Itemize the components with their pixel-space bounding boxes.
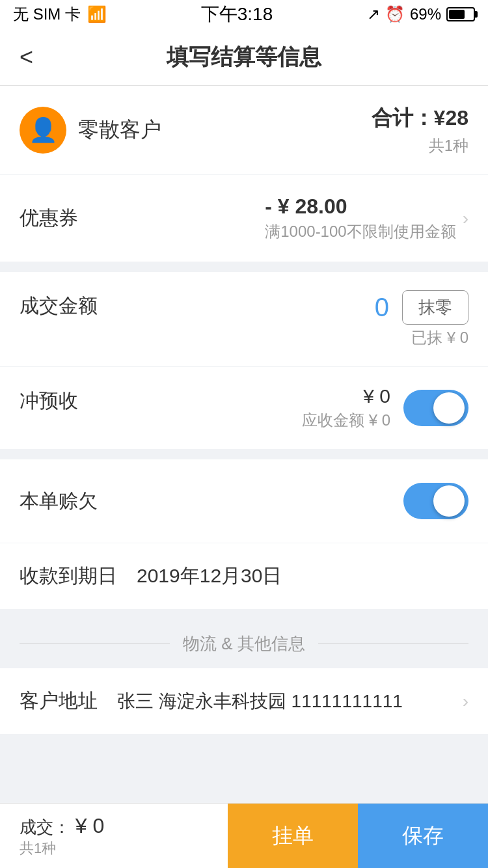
chevron-right-icon: › [463, 208, 468, 229]
summary-amount: ¥ 0 [75, 814, 104, 837]
total-count: 共1种 [372, 135, 468, 156]
avatar-icon: 👤 [29, 116, 58, 144]
logistics-label: 物流 & 其他信息 [183, 632, 305, 655]
total-amount: 合计：¥28 [372, 104, 468, 133]
duedate-value: 2019年12月30日 [137, 563, 282, 590]
divider-line-left [20, 644, 170, 644]
gps-icon: ↗ [367, 5, 380, 23]
customer-right: 合计：¥28 共1种 [372, 104, 468, 156]
transaction-section: 成交金额 0 抹零 已抹 ¥ 0 冲预收 ¥ 0 应收金额 ¥ 0 [0, 272, 488, 449]
prereceive-label: 冲预收 [20, 385, 78, 414]
status-right: ↗ ⏰ 69% [367, 5, 475, 23]
status-time: 下午3:18 [201, 2, 273, 27]
status-left: 无 SIM 卡 📶 [13, 4, 107, 25]
prereceive-receivable: 应收金额 ¥ 0 [302, 410, 390, 431]
debt-row: 本单赊欠 [0, 459, 488, 543]
prereceive-amounts: ¥ 0 应收金额 ¥ 0 [302, 385, 390, 431]
alarm-icon: ⏰ [385, 5, 405, 23]
customer-name: 零散客户 [78, 116, 161, 144]
coupon-label: 优惠券 [20, 205, 78, 232]
carrier-label: 无 SIM 卡 [13, 4, 81, 25]
address-section: 客户地址 张三 海淀永丰科技园 11111111111 › [0, 668, 488, 734]
save-button[interactable]: 保存 [358, 804, 488, 869]
nav-bar: < 填写结算等信息 [0, 29, 488, 86]
coupon-desc: 满1000-100不限制使用金额 [265, 221, 455, 242]
customer-left: 👤 零散客户 [20, 107, 161, 154]
debt-label: 本单赊欠 [20, 488, 98, 515]
coupon-discount: - ¥ 28.00 [265, 195, 455, 219]
address-label: 客户地址 [20, 688, 98, 714]
bottom-bar: 成交： ¥ 0 共1种 挂单 保存 [0, 803, 488, 868]
duedate-row: 收款到期日 2019年12月30日 [0, 543, 488, 609]
transaction-left: 成交金额 [20, 290, 98, 319]
duedate-label: 收款到期日 [20, 563, 117, 590]
coupon-info: - ¥ 28.00 满1000-100不限制使用金额 [265, 195, 455, 242]
bottom-summary-line1: 成交： ¥ 0 [20, 814, 208, 839]
wifi-icon: 📶 [87, 5, 107, 23]
transaction-label: 成交金额 [20, 290, 98, 319]
summary-count: 共1种 [20, 839, 208, 858]
transaction-right-col: 0 抹零 已抹 ¥ 0 [375, 290, 468, 348]
transaction-right: 0 抹零 [375, 290, 468, 325]
prereceive-right: ¥ 0 应收金额 ¥ 0 [302, 385, 468, 431]
summary-label: 成交： [20, 817, 70, 837]
prereceive-amount: ¥ 0 [302, 385, 390, 407]
address-value: 张三 海淀永丰科技园 11111111111 [117, 689, 463, 714]
transaction-amount: 0 [375, 293, 389, 322]
address-row[interactable]: 客户地址 张三 海淀永丰科技园 11111111111 › [0, 668, 488, 734]
divider-line-right [318, 644, 468, 644]
coupon-right: - ¥ 28.00 满1000-100不限制使用金额 › [265, 195, 468, 242]
prereceive-toggle[interactable] [403, 390, 468, 426]
debt-toggle[interactable] [403, 483, 468, 519]
avatar: 👤 [20, 107, 66, 154]
address-chevron-icon: › [463, 691, 468, 712]
toggle-knob [433, 392, 465, 424]
transaction-row: 成交金额 0 抹零 已抹 ¥ 0 [0, 272, 488, 366]
coupon-row[interactable]: 优惠券 - ¥ 28.00 满1000-100不限制使用金额 › [0, 174, 488, 262]
round-button[interactable]: 抹零 [402, 290, 468, 325]
status-bar: 无 SIM 卡 📶 下午3:18 ↗ ⏰ 69% [0, 0, 488, 29]
customer-section: 👤 零散客户 合计：¥28 共1种 优惠券 - ¥ 28.00 满1000-10… [0, 86, 488, 262]
battery-icon [446, 7, 475, 21]
hold-button[interactable]: 挂单 [228, 804, 358, 869]
logistics-divider: 物流 & 其他信息 [0, 619, 488, 668]
bottom-summary: 成交： ¥ 0 共1种 [0, 814, 228, 858]
debt-section: 本单赊欠 收款到期日 2019年12月30日 [0, 459, 488, 609]
back-button[interactable]: < [20, 44, 33, 71]
battery-percent: 69% [410, 5, 441, 23]
customer-row: 👤 零散客户 合计：¥28 共1种 [0, 86, 488, 174]
already-deducted: 已抹 ¥ 0 [375, 327, 468, 348]
prereceive-row: 冲预收 ¥ 0 应收金额 ¥ 0 [0, 366, 488, 449]
page-title: 填写结算等信息 [167, 42, 321, 72]
debt-toggle-knob [433, 485, 465, 517]
